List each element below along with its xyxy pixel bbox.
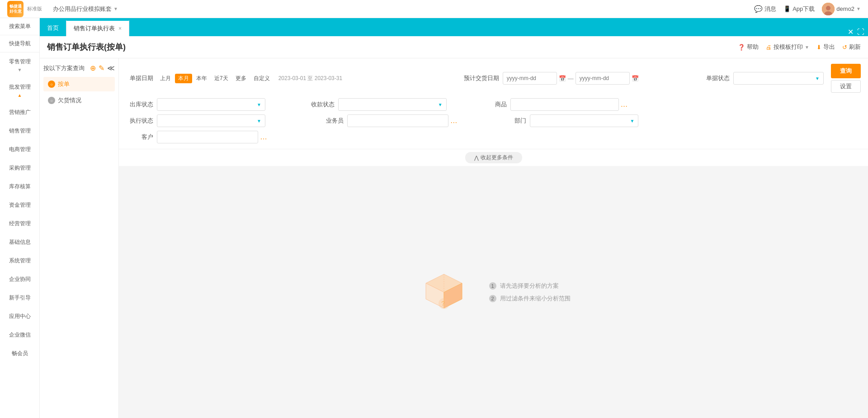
apps-label: 应用中心 <box>9 313 31 320</box>
print-btn[interactable]: 🖨 按模板打印 ▼ <box>766 43 809 51</box>
empty-state-content: ? 1 请先选择要分析的方案 <box>417 265 571 319</box>
date-label: 单据日期 <box>126 74 153 82</box>
receipt-dropdown[interactable]: ▼ <box>338 98 447 111</box>
sidebar-item-operations[interactable]: 经营管理 <box>0 214 39 233</box>
sidebar-item-marketing[interactable]: 营销推广 <box>0 103 39 122</box>
sidebar-search[interactable]: 搜索菜单 <box>0 18 39 35</box>
sidebar-item-enterprise[interactable]: 企业协同 <box>0 270 39 289</box>
outstock-dropdown[interactable]: ▼ <box>157 98 265 111</box>
top-bar-left: 畅捷通好生意 标准版 办公用品行业模拟账套 ▼ <box>7 1 118 17</box>
help-btn[interactable]: ❓ 帮助 <box>738 43 759 51</box>
close-window-btn[interactable]: ✕ <box>848 28 854 36</box>
goods-input[interactable] <box>510 98 619 111</box>
refresh-btn[interactable]: ↺ 刷新 <box>842 43 861 51</box>
sidebar: 搜索菜单 快捷导航 零售管理 ▼ 批发管理 ▲ 营销推广 销售管理 电商管理 采… <box>0 18 40 418</box>
sidebar-item-retail[interactable]: 零售管理 ▼ <box>0 52 39 78</box>
scheme-panel: 按以下方案查询 ⊕ ✎ ≪ ○ 按单 ○ <box>40 58 119 418</box>
scheme-edit-icon[interactable]: ✎ <box>99 64 104 72</box>
goods-label: 商品 <box>489 100 507 109</box>
page-title: 销售订单执行表(按单) <box>47 42 126 52</box>
avatar <box>822 3 835 15</box>
scheme-collapse-icon[interactable]: ≪ <box>107 64 115 72</box>
tab-close-icon[interactable]: × <box>118 25 122 32</box>
wholesale-label: 批发管理 <box>9 83 31 91</box>
scheme-add-icon[interactable]: ⊕ <box>90 64 96 72</box>
sidebar-item-sales[interactable]: 销售管理 <box>0 122 39 140</box>
system-label: 系统管理 <box>9 257 31 265</box>
tab-sales-order[interactable]: 销售订单执行表 × <box>66 20 129 36</box>
bill-status-dropdown[interactable]: ▼ <box>733 72 824 85</box>
sidebar-item-inventory[interactable]: 库存核算 <box>0 177 39 196</box>
print-icon: 🖨 <box>766 44 772 51</box>
dept-dropdown[interactable]: ▼ <box>530 114 638 127</box>
query-btn[interactable]: 查询 <box>831 64 861 78</box>
date-tab-more[interactable]: 更多 <box>232 74 250 83</box>
settings-btn[interactable]: 设置 <box>831 80 861 93</box>
filter-area: 单据日期 上月 本月 本年 近7天 更多 自定义 <box>119 58 868 166</box>
export-btn[interactable]: ⬇ 导出 <box>816 43 835 51</box>
top-bar-right: 💬 消息 📱 App下载 demo2 ▼ <box>754 3 861 15</box>
sales-label: 销售管理 <box>9 127 31 135</box>
user-profile[interactable]: demo2 ▼ <box>822 3 861 15</box>
scheme-item-shortage-label: 欠货情况 <box>58 96 81 104</box>
app-logo: 畅捷通好生意 <box>7 1 24 17</box>
sidebar-item-newbie[interactable]: 新手引导 <box>0 289 39 307</box>
maximize-window-btn[interactable]: ⛶ <box>857 28 864 36</box>
sidebar-item-basic[interactable]: 基础信息 <box>0 233 39 252</box>
customer-dots-btn[interactable]: … <box>260 133 267 141</box>
tab-home[interactable]: 首页 <box>40 20 66 36</box>
date-tab-last-month[interactable]: 上月 <box>157 74 174 83</box>
date-tab-custom[interactable]: 自定义 <box>250 74 273 83</box>
outstock-arrow: ▼ <box>257 102 261 107</box>
collapse-btn[interactable]: ⋀ 收起更多条件 <box>465 152 522 163</box>
scheme-item-order-label: 按单 <box>58 80 70 88</box>
exec-dropdown[interactable]: ▼ <box>157 114 265 127</box>
industry-selector[interactable]: 办公用品行业模拟账套 ▼ <box>53 5 118 13</box>
date-start-icon[interactable]: 📅 <box>559 75 566 82</box>
sidebar-item-finance[interactable]: 资金管理 <box>0 196 39 214</box>
refresh-icon: ↺ <box>842 44 847 51</box>
scheme-item-order[interactable]: ○ 按单 <box>43 77 115 91</box>
page-header-actions: ❓ 帮助 🖨 按模板打印 ▼ ⬇ 导出 ↺ <box>738 43 861 51</box>
finance-label: 资金管理 <box>9 201 31 209</box>
date-tab-7days[interactable]: 近7天 <box>211 74 231 83</box>
sidebar-item-system[interactable]: 系统管理 <box>0 252 39 270</box>
content-area: 首页 销售订单执行表 × ✕ ⛶ 销售订单执行表(按单) <box>40 18 868 418</box>
goods-field: … <box>510 98 684 111</box>
dept-label: 部门 <box>508 117 526 125</box>
wholesale-arrow: ▲ <box>18 93 22 98</box>
sidebar-item-wholesale[interactable]: 批发管理 ▲ <box>0 78 39 103</box>
salesperson-dots-btn[interactable]: … <box>450 117 458 125</box>
help-icon: ❓ <box>738 44 745 51</box>
industry-dropdown-icon: ▼ <box>113 6 118 11</box>
salesperson-label: 业务员 <box>316 117 344 125</box>
top-bar: 畅捷通好生意 标准版 办公用品行业模拟账套 ▼ 💬 消息 📱 App下载 <box>0 0 868 18</box>
message-btn[interactable]: 💬 消息 <box>754 5 776 13</box>
date-tab-this-month[interactable]: 本月 <box>175 74 192 83</box>
date-end-icon[interactable]: 📅 <box>632 75 639 82</box>
sidebar-quicknav[interactable]: 快捷导航 <box>0 35 39 52</box>
date-range-display: 2023-03-01 至 2023-03-31 <box>278 75 342 82</box>
app-download-btn[interactable]: 📱 App下载 <box>783 5 815 13</box>
collapse-icon: ⋀ <box>474 155 479 161</box>
svg-point-1 <box>826 6 830 10</box>
goods-dots-btn[interactable]: … <box>621 100 628 109</box>
sidebar-item-wechat[interactable]: 企业微信 <box>0 326 39 344</box>
marketing-label: 营销推广 <box>9 109 31 116</box>
page-header: 销售订单执行表(按单) ❓ 帮助 🖨 按模板打印 ▼ ⬇ <box>40 36 868 58</box>
receipt-label: 收款状态 <box>307 100 335 109</box>
scheme-item-shortage[interactable]: ○ 欠货情况 <box>43 93 115 108</box>
sidebar-item-member[interactable]: 畅会员 <box>0 344 39 363</box>
scheme-item-order-icon: ○ <box>48 81 55 88</box>
expected-date-end[interactable] <box>576 72 630 85</box>
salesperson-input[interactable] <box>347 114 448 127</box>
customer-input[interactable] <box>157 131 258 143</box>
sidebar-item-purchase[interactable]: 采购管理 <box>0 159 39 177</box>
expected-date-start[interactable] <box>503 72 557 85</box>
sidebar-item-ecommerce[interactable]: 电商管理 <box>0 140 39 159</box>
sidebar-item-apps[interactable]: 应用中心 <box>0 307 39 326</box>
date-separator: — <box>568 75 574 82</box>
date-tab-this-year[interactable]: 本年 <box>193 74 210 83</box>
empty-state-tips: 1 请先选择要分析的方案 2 用过滤条件来缩小分析范围 <box>489 282 571 303</box>
exec-label: 执行状态 <box>126 117 153 125</box>
